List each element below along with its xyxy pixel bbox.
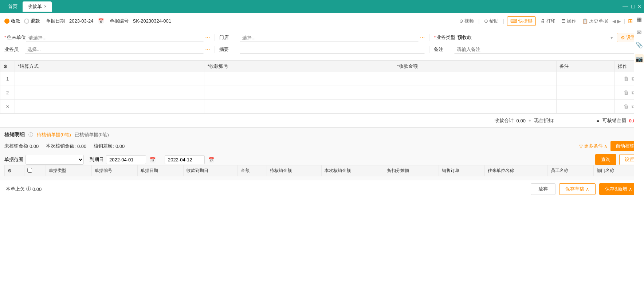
note-label: 备注 bbox=[434, 46, 454, 53]
total-label: 收款合计 bbox=[495, 117, 514, 124]
next-arrow[interactable]: ▶ bbox=[617, 18, 621, 24]
toolbar: 收款 退款 单据日期 2023-03-24 📅 单据编号 SK-20230324… bbox=[0, 13, 644, 29]
save-new-btn[interactable]: 保存&新增 ∧ bbox=[599, 183, 638, 195]
discount-label: 现金折扣: bbox=[534, 117, 554, 124]
radio-refund[interactable]: 退款 bbox=[24, 18, 40, 24]
date-from-input[interactable] bbox=[106, 155, 146, 164]
select-all-checkbox[interactable] bbox=[27, 168, 32, 173]
maximize-btn[interactable]: □ bbox=[631, 3, 635, 10]
shortcut-btn[interactable]: ⌨ 快捷键 bbox=[507, 16, 536, 26]
business-type-field: *业务类型 预收款 ▾ ⚙ 设置 bbox=[434, 33, 640, 42]
range-select[interactable] bbox=[25, 155, 84, 165]
summary-field: 摘要 bbox=[219, 45, 425, 54]
th-amount: 金额 bbox=[238, 165, 267, 176]
table-gear-header[interactable]: ⚙ bbox=[0, 61, 15, 72]
sep4 bbox=[429, 46, 429, 53]
sidebar-camera-icon[interactable]: 📷 bbox=[635, 54, 644, 63]
operation-btn[interactable]: ☰ 操作 bbox=[560, 17, 578, 25]
settle-method-1[interactable] bbox=[15, 72, 204, 86]
print-btn[interactable]: 🖨 打印 bbox=[539, 17, 557, 25]
note-1[interactable] bbox=[557, 72, 615, 86]
counterpart-more-icon[interactable]: ··· bbox=[205, 35, 210, 40]
more-filter-btn[interactable]: ▽ 更多条件 ∧ bbox=[579, 143, 608, 149]
note-input[interactable] bbox=[454, 45, 640, 54]
settle-method-3[interactable] bbox=[15, 100, 204, 114]
form-area: *往来单位 ··· 门店 ··· *业务类型 预收款 ▾ bbox=[0, 29, 644, 60]
date-to-input[interactable] bbox=[165, 155, 205, 164]
account-1[interactable] bbox=[204, 72, 394, 86]
reconcile-filter-right: ▽ 更多条件 ∧ 自动核销 bbox=[579, 141, 640, 151]
business-type-label: *业务类型 bbox=[434, 34, 455, 41]
radio-refund-dot bbox=[24, 19, 29, 24]
calendar-icon[interactable]: 📅 bbox=[98, 18, 104, 24]
amount-3[interactable] bbox=[394, 100, 556, 114]
pending-tab[interactable]: 待核销单据(0笔) bbox=[37, 132, 71, 138]
date-from-icon[interactable]: 📅 bbox=[150, 157, 156, 162]
minimize-btn[interactable]: — bbox=[623, 3, 628, 10]
shop-more-icon[interactable]: ··· bbox=[420, 35, 425, 40]
amount-1[interactable] bbox=[394, 72, 556, 86]
shop-input[interactable] bbox=[240, 34, 419, 42]
reconcile-header: 核销明细 ⓘ 待核销单据(0笔) 已核销单据(0笔) bbox=[4, 132, 640, 138]
amount-2[interactable] bbox=[394, 86, 556, 100]
form-row-1: *往来单位 ··· 门店 ··· *业务类型 预收款 ▾ bbox=[4, 33, 640, 42]
print-icon: 🖨 bbox=[540, 18, 545, 24]
settle-method-2[interactable] bbox=[15, 86, 204, 100]
sidebar-table-icon[interactable]: ▦ bbox=[636, 16, 642, 23]
reconcile-info-icon[interactable]: ⓘ bbox=[28, 132, 33, 138]
sidebar-attach-icon[interactable]: 📎 bbox=[636, 42, 643, 48]
row-index-1: 1 bbox=[0, 72, 15, 86]
th-gear-reconcile[interactable]: ⚙ bbox=[5, 165, 24, 176]
row-index-3: 3 bbox=[0, 100, 15, 114]
tab-home[interactable]: 首页 bbox=[3, 1, 23, 12]
done-tab[interactable]: 已核销单据(0笔) bbox=[75, 132, 109, 138]
uncancelled-stat: 未核销金额 0.00 bbox=[4, 143, 39, 149]
save-new-arrow-icon: ∧ bbox=[629, 187, 632, 192]
bottom-bar: 本单上欠 ⓘ 0.00 放弃 保存草稿 ∧ 保存&新增 ∧ bbox=[0, 180, 644, 198]
query-btn[interactable]: 查询 bbox=[595, 154, 616, 165]
settings-icon: ⚙ bbox=[621, 35, 625, 40]
sep2 bbox=[429, 34, 429, 41]
date-to-icon[interactable]: 📅 bbox=[208, 157, 214, 162]
abandon-btn[interactable]: 放弃 bbox=[531, 183, 555, 195]
th-due-date: 收款到期日 bbox=[184, 165, 238, 176]
sep1 bbox=[215, 34, 215, 41]
video-btn[interactable]: ⊙ 视频 bbox=[458, 17, 475, 25]
col-note: 备注 bbox=[557, 61, 615, 72]
bottom-info-icon[interactable]: ⓘ bbox=[26, 186, 31, 192]
salesperson-more-icon[interactable]: ··· bbox=[205, 47, 210, 52]
row-index-2: 2 bbox=[0, 86, 15, 100]
summary-input[interactable] bbox=[240, 45, 425, 54]
due-label: 到期日 bbox=[90, 156, 104, 163]
counterpart-input[interactable] bbox=[26, 34, 204, 42]
discount-input[interactable] bbox=[557, 117, 594, 124]
delete-icon-1[interactable]: 🗑 bbox=[624, 76, 629, 82]
th-sales-order: 销售订单 bbox=[439, 165, 484, 176]
save-draft-btn[interactable]: 保存草稿 ∧ bbox=[559, 183, 596, 195]
salesperson-field: 业务员 ··· bbox=[4, 45, 210, 54]
radio-collect[interactable]: 收款 bbox=[4, 18, 20, 24]
note-2[interactable] bbox=[557, 86, 615, 100]
account-2[interactable] bbox=[204, 86, 394, 100]
tab-bar: 首页 收款单 × — □ × bbox=[0, 0, 644, 13]
number-field: 单据编号 SK-20230324-001 bbox=[110, 18, 174, 24]
delete-icon-2[interactable]: 🗑 bbox=[624, 90, 629, 96]
account-3[interactable] bbox=[204, 100, 394, 114]
summary-label: 摘要 bbox=[219, 46, 240, 53]
note-3[interactable] bbox=[557, 100, 615, 114]
close-btn[interactable]: × bbox=[638, 3, 641, 10]
salesperson-input[interactable] bbox=[25, 45, 204, 54]
sidebar-mail-icon[interactable]: ✉ bbox=[637, 29, 641, 36]
th-checkbox[interactable] bbox=[24, 165, 46, 176]
tab-close-icon[interactable]: × bbox=[44, 4, 47, 9]
grid-icon[interactable]: ⊞ bbox=[628, 17, 633, 24]
business-type-dropdown[interactable]: ▾ bbox=[610, 35, 613, 40]
help-btn[interactable]: ⊙ 帮助 bbox=[483, 17, 500, 25]
range-label: 单据范围 bbox=[4, 156, 23, 163]
counterpart-label: *往来单位 bbox=[4, 34, 26, 41]
delete-icon-3[interactable]: 🗑 bbox=[624, 103, 629, 110]
prev-arrow[interactable]: ◀ bbox=[612, 18, 616, 24]
tab-collection[interactable]: 收款单 × bbox=[23, 1, 52, 12]
form-row-2: 业务员 ··· 摘要 备注 bbox=[4, 45, 640, 54]
history-btn[interactable]: 📋 历史单据 bbox=[581, 17, 609, 25]
